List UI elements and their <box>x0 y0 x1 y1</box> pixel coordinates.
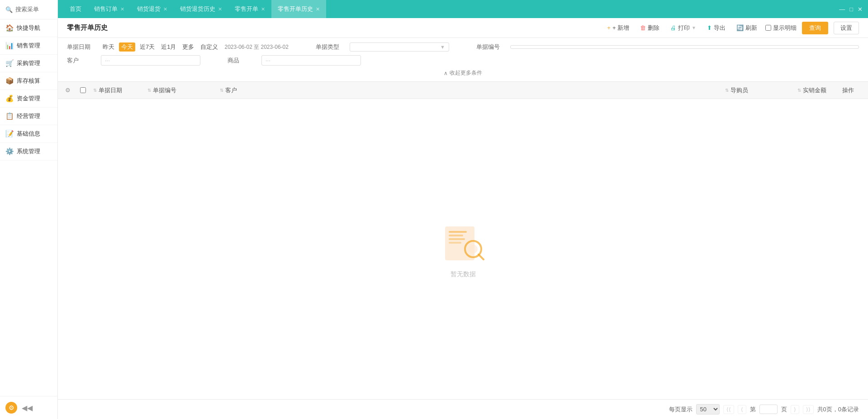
nav-close-icon[interactable]: ✕ <box>858 6 863 13</box>
query-button[interactable]: 查询 <box>802 22 828 34</box>
dropdown-icon: ▼ <box>440 44 445 50</box>
customer-input[interactable]: ··· <box>101 55 200 66</box>
svg-point-7 <box>469 245 478 254</box>
table-header: ⚙ ⇅ 单据日期 ⇅ 单据编号 ⇅ 客户 ⇅ 导购员 ⇅ 实销金额 <box>58 82 868 99</box>
sidebar-item-basic-info[interactable]: 📝 基础信息 <box>0 125 57 143</box>
select-all-checkbox[interactable] <box>76 87 90 93</box>
sidebar-item-label: 采购管理 <box>17 59 40 67</box>
box-icon: 📦 <box>5 77 14 85</box>
doc-icon: 📝 <box>5 130 14 138</box>
sidebar-item-label: 销售管理 <box>17 42 40 50</box>
export-icon: ⬆ <box>707 24 712 31</box>
tab-sales-return[interactable]: 销货退货 ✕ <box>131 0 174 18</box>
sidebar-item-purchase-mgmt[interactable]: 🛒 采购管理 <box>0 55 57 72</box>
sidebar-footer: ⚙ ◀◀ <box>0 396 57 419</box>
date-more[interactable]: 更多 <box>180 42 196 52</box>
date-today[interactable]: 今天 <box>119 42 135 52</box>
pagination: 每页显示 50 100 200 ⟨⟨ ⟨ 第 1 页 ⟩ ⟩⟩ 共0页，0条记录 <box>58 399 868 419</box>
collapse-sidebar-button[interactable]: ◀◀ <box>22 404 33 412</box>
sort-icon: ⇅ <box>725 88 729 93</box>
tab-sales-return-history[interactable]: 销货退货历史 ✕ <box>174 0 228 18</box>
display-detail-label[interactable]: 显示明细 <box>765 24 797 32</box>
tab-retail-open-history[interactable]: 零售开单历史 ✕ <box>271 0 326 18</box>
tab-close-icon[interactable]: ✕ <box>218 6 222 12</box>
sidebar-item-label: 基础信息 <box>17 130 40 138</box>
main-content: 首页 销售订单 ✕ 销货退货 ✕ 销货退货历史 ✕ 零售开单 ✕ 零售开单历史 … <box>58 0 868 419</box>
top-nav-right: — □ ✕ <box>839 6 863 13</box>
page-number-input[interactable]: 1 <box>759 405 778 414</box>
sidebar-item-sales-mgmt[interactable]: 📊 销售管理 <box>0 37 57 55</box>
top-nav: 首页 销售订单 ✕ 销货退货 ✕ 销货退货历史 ✕ 零售开单 ✕ 零售开单历史 … <box>58 0 868 18</box>
th-num[interactable]: ⇅ 单据编号 <box>144 86 216 94</box>
tab-retail-open[interactable]: 零售开单 ✕ <box>228 0 271 18</box>
last-page-button[interactable]: ⟩⟩ <box>803 405 814 414</box>
sidebar-item-quick-nav[interactable]: 🏠 快捷导航 <box>0 19 57 37</box>
date-custom[interactable]: 自定义 <box>199 42 220 52</box>
sidebar-item-operations[interactable]: 📋 经营管理 <box>0 108 57 125</box>
delete-icon: 🗑 <box>640 24 646 31</box>
tab-close-icon[interactable]: ✕ <box>163 6 167 12</box>
nav-maximize-icon[interactable]: □ <box>849 6 853 13</box>
sidebar-search[interactable]: 🔍 搜索采单 <box>0 0 57 19</box>
th-date[interactable]: ⇅ 单据日期 <box>90 86 144 94</box>
th-amount[interactable]: ⇅ 实销金额 <box>776 86 830 94</box>
date-last7[interactable]: 近7天 <box>138 42 157 52</box>
toolbar: 零售开单历史 + + 新增 🗑 删除 🖨 打印 ▼ ⬆ 导出 🔄 刷新 <box>58 18 868 38</box>
collapse-more-button[interactable]: ∧ 收起更多条件 <box>67 69 859 77</box>
print-button[interactable]: 🖨 打印 ▼ <box>668 22 699 34</box>
tab-home[interactable]: 首页 <box>63 0 88 18</box>
bill-num-input[interactable] <box>510 45 859 49</box>
export-button[interactable]: ⬆ 导出 <box>704 22 728 34</box>
filter-row-2: 客户 ··· 商品 ··· <box>67 55 859 66</box>
first-page-button[interactable]: ⟨⟨ <box>723 405 734 414</box>
goods-input[interactable]: ··· <box>261 55 361 66</box>
date-options: 昨天 今天 近7天 近1月 更多 自定义 2023-06-02 至 2023-0… <box>101 42 289 52</box>
print-icon: 🖨 <box>670 24 676 31</box>
home-icon: 🏠 <box>5 24 14 32</box>
cart-icon: 🛒 <box>5 59 14 67</box>
sidebar-item-inventory[interactable]: 📦 库存核算 <box>0 72 57 90</box>
settings-button[interactable]: ⚙ <box>5 402 17 414</box>
prev-page-button[interactable]: ⟨ <box>738 405 746 414</box>
column-settings-icon[interactable]: ⚙ <box>60 87 76 94</box>
clipboard-icon: 📋 <box>5 112 14 120</box>
customer-label: 客户 <box>67 56 92 65</box>
th-guide[interactable]: ⇅ 导购员 <box>721 86 776 94</box>
nav-minimize-icon[interactable]: — <box>839 6 845 13</box>
page-label-after: 页 <box>781 405 787 414</box>
per-page-label: 每页显示 <box>669 405 693 414</box>
sidebar-item-label: 资金管理 <box>17 94 40 103</box>
bill-type-select[interactable]: ▼ <box>350 42 449 52</box>
svg-rect-1 <box>449 231 467 233</box>
sidebar-item-label: 库存核算 <box>17 77 40 85</box>
sidebar-item-finance[interactable]: 💰 资金管理 <box>0 90 57 108</box>
display-detail-checkbox[interactable] <box>765 25 771 31</box>
money-icon: 💰 <box>5 94 14 103</box>
header-checkbox[interactable] <box>80 87 86 93</box>
tab-sales-order[interactable]: 销售订单 ✕ <box>88 0 131 18</box>
toolbar-actions: + + 新增 🗑 删除 🖨 打印 ▼ ⬆ 导出 🔄 刷新 显 <box>604 22 859 34</box>
customer-dots: ··· <box>105 57 110 64</box>
sidebar-item-sys-mgmt[interactable]: ⚙️ 系统管理 <box>0 143 57 160</box>
svg-rect-3 <box>449 238 465 240</box>
empty-text: 暂无数据 <box>451 270 476 278</box>
date-yesterday[interactable]: 昨天 <box>101 42 116 52</box>
sort-icon: ⇅ <box>220 88 223 93</box>
bill-num-label: 单据编号 <box>476 43 501 51</box>
th-customer[interactable]: ⇅ 客户 <box>216 86 721 94</box>
tab-close-icon[interactable]: ✕ <box>120 6 124 12</box>
sort-icon: ⇅ <box>93 88 97 93</box>
print-dropdown-icon: ▼ <box>692 25 696 30</box>
per-page-select[interactable]: 50 100 200 <box>696 404 720 414</box>
date-last-month[interactable]: 近1月 <box>159 42 178 52</box>
tab-close-icon[interactable]: ✕ <box>261 6 265 12</box>
next-page-button[interactable]: ⟩ <box>791 405 799 414</box>
svg-rect-2 <box>449 235 463 236</box>
tab-close-icon[interactable]: ✕ <box>316 6 320 12</box>
refresh-button[interactable]: 🔄 刷新 <box>734 22 760 34</box>
filter-area: 单据日期 昨天 今天 近7天 近1月 更多 自定义 2023-06-02 至 2… <box>58 38 868 82</box>
add-button[interactable]: + + 新增 <box>604 22 632 34</box>
delete-button[interactable]: 🗑 删除 <box>637 22 662 34</box>
table-area: ⚙ ⇅ 单据日期 ⇅ 单据编号 ⇅ 客户 ⇅ 导购员 ⇅ 实销金额 <box>58 82 868 399</box>
settings-button[interactable]: 设置 <box>834 22 859 34</box>
